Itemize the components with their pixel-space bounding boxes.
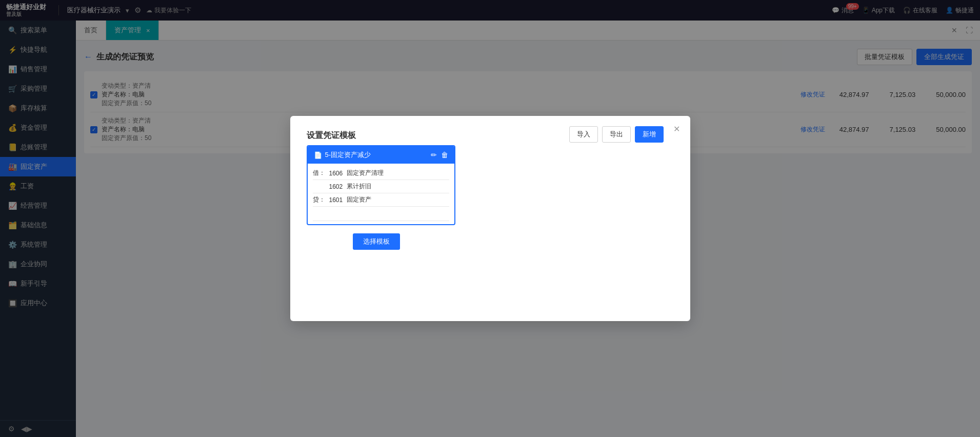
export-btn[interactable]: 导出	[602, 126, 631, 143]
entry-code: 1601	[329, 196, 343, 204]
delete-template-icon[interactable]: 🗑	[441, 151, 448, 159]
edit-template-icon[interactable]: ✏	[431, 151, 437, 159]
entry-code: 1602	[329, 183, 343, 190]
import-btn[interactable]: 导入	[569, 126, 598, 143]
entry-name: 固定资产清理	[347, 169, 384, 177]
select-template-btn[interactable]: 选择模板	[353, 233, 400, 250]
template-icon: 📄	[314, 151, 322, 159]
modal-overlay: 设置凭证模板 ✕ 导入 导出 新增 📄 5-固定资产减少 ✏ 🗑	[0, 0, 980, 437]
template-list: 📄 5-固定资产减少 ✏ 🗑 借： 1606 固定资产清理	[307, 145, 674, 225]
template-empty-row	[313, 207, 449, 221]
template-header-left: 📄 5-固定资产减少	[314, 150, 371, 160]
template-card: 📄 5-固定资产减少 ✏ 🗑 借： 1606 固定资产清理	[307, 145, 455, 225]
template-title: 5-固定资产减少	[325, 150, 371, 160]
entry-name: 固定资产	[347, 195, 371, 204]
entry-type: 贷：	[313, 195, 325, 204]
set-voucher-template-modal: 设置凭证模板 ✕ 导入 导出 新增 📄 5-固定资产减少 ✏ 🗑	[290, 116, 690, 321]
entry-type: 借：	[313, 169, 325, 177]
template-card-header: 📄 5-固定资产减少 ✏ 🗑	[308, 146, 454, 164]
template-entry-3: 贷： 1601 固定资产	[313, 193, 449, 207]
entry-name: 累计折旧	[347, 182, 371, 191]
modal-action-buttons: 导入 导出 新增	[569, 126, 664, 143]
modal-title: 设置凭证模板	[307, 131, 356, 140]
template-entry-2: 1602 累计折旧	[313, 180, 449, 193]
new-btn[interactable]: 新增	[635, 126, 664, 143]
template-entry-1: 借： 1606 固定资产清理	[313, 167, 449, 180]
modal-close-btn[interactable]: ✕	[673, 124, 680, 134]
template-actions: ✏ 🗑	[431, 151, 448, 159]
template-body: 借： 1606 固定资产清理 1602 累计折旧 贷： 1601 固定资产	[308, 164, 454, 224]
entry-code: 1606	[329, 170, 343, 177]
